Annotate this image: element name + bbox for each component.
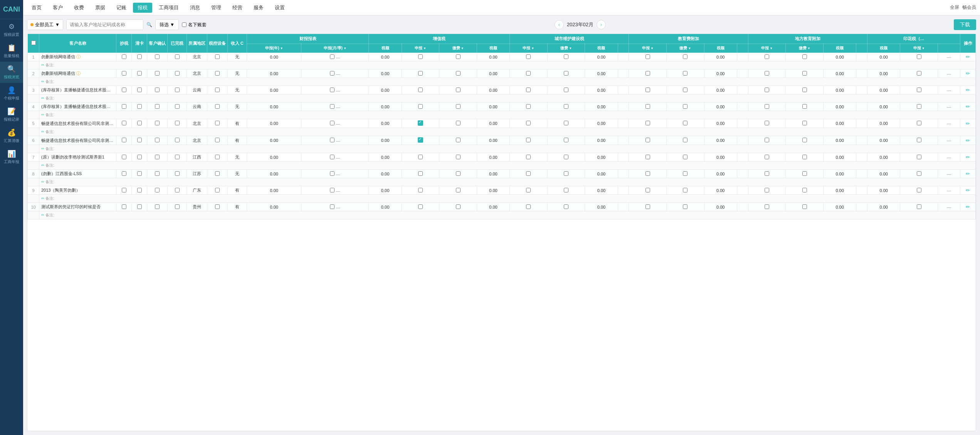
sidebar-item-liulan[interactable]: 🔍 报税浏览	[0, 62, 23, 83]
cwbb-month-cb[interactable]	[330, 88, 335, 92]
th-sub-cwbb-month[interactable]: 申报(月/季)	[301, 44, 369, 53]
df-jf-cb[interactable]	[802, 204, 807, 209]
nav-gongshang[interactable]: 工商项目	[154, 3, 183, 13]
qingka-cell[interactable]	[132, 153, 147, 162]
yh-sb-cell[interactable]	[900, 119, 938, 128]
device-cell[interactable]	[207, 103, 228, 111]
cs-jf-cb[interactable]	[564, 204, 568, 209]
jy-sb-cell[interactable]	[629, 103, 667, 111]
qingka-cb[interactable]	[137, 88, 142, 92]
device-cell[interactable]	[207, 119, 228, 128]
chaoshui-cell[interactable]	[116, 69, 132, 78]
cs-jf-cell[interactable]	[547, 153, 585, 162]
df-sb-cell[interactable]	[748, 186, 786, 195]
df-sb-cb[interactable]	[765, 71, 769, 76]
df-sb-cb[interactable]	[765, 121, 769, 125]
zzs-sb-cb[interactable]	[418, 171, 423, 176]
chaoshui-cell[interactable]	[116, 86, 132, 94]
cs-jf-cell[interactable]	[547, 119, 585, 128]
jy-sb-cell[interactable]	[629, 53, 667, 61]
jy-sb-cb[interactable]	[645, 104, 650, 109]
df-jf-cb[interactable]	[802, 188, 807, 192]
paid-cell[interactable]	[168, 170, 187, 178]
cs-sb-cb[interactable]	[526, 71, 531, 76]
df-sb-cell[interactable]	[748, 203, 786, 211]
device-cell[interactable]	[207, 53, 228, 61]
zzs-sb-cb[interactable]	[418, 71, 423, 76]
paid-cell[interactable]	[168, 119, 187, 128]
jy-jf-cb[interactable]	[683, 88, 688, 92]
cs-jf-cb[interactable]	[564, 54, 568, 59]
zzs-sb-cb[interactable]	[418, 204, 423, 209]
zzs-sb-cb[interactable]	[418, 88, 423, 92]
cs-sb-cell[interactable]	[510, 186, 548, 195]
device-cb[interactable]	[215, 54, 220, 59]
cs-sb-cell[interactable]	[510, 203, 548, 211]
cs-sb-cb[interactable]	[526, 88, 531, 92]
nav-piaoju[interactable]: 票据	[91, 3, 110, 13]
jy-jf-cb[interactable]	[683, 71, 688, 76]
zzs-jf-cb[interactable]	[456, 188, 461, 192]
yh-sb-cb[interactable]	[917, 138, 921, 142]
jy-sb-cb[interactable]	[645, 155, 650, 159]
cs-sb-cell[interactable]	[510, 69, 548, 78]
chaoshui-cb[interactable]	[122, 155, 126, 159]
df-sb-cb[interactable]	[765, 88, 769, 92]
paid-cell[interactable]	[168, 69, 187, 78]
device-cb[interactable]	[215, 104, 220, 109]
paid-cb[interactable]	[175, 104, 180, 109]
zzs-jf-cell[interactable]	[439, 86, 477, 94]
confirm-cell[interactable]	[147, 53, 168, 61]
cs-jf-cell[interactable]	[547, 186, 585, 195]
cs-jf-cb[interactable]	[564, 188, 568, 192]
cs-sb-cb[interactable]	[526, 204, 531, 209]
edit-icon[interactable]: ✏	[966, 87, 970, 93]
th-sub-jy-sb[interactable]: 申报	[629, 44, 667, 53]
device-cb[interactable]	[215, 138, 220, 142]
th-sub-zzs-sb[interactable]: 申报	[402, 44, 439, 53]
qingka-cell[interactable]	[132, 203, 147, 211]
confirm-cb[interactable]	[155, 155, 160, 159]
cwbb-month-cb[interactable]	[330, 188, 335, 192]
yh-sb-cell[interactable]	[900, 203, 938, 211]
df-jf-cell[interactable]	[786, 203, 824, 211]
device-cb[interactable]	[215, 121, 220, 125]
confirm-cb[interactable]	[155, 54, 160, 59]
confirm-cell[interactable]	[147, 203, 168, 211]
paid-cb[interactable]	[175, 121, 180, 125]
cs-jf-cell[interactable]	[547, 170, 585, 178]
th-sub-zzs-jf[interactable]: 缴费	[439, 44, 477, 53]
cs-jf-cb[interactable]	[564, 155, 568, 159]
yh-sb-cb[interactable]	[917, 121, 921, 125]
edit-icon[interactable]: ✏	[966, 71, 970, 76]
yh-sb-cell[interactable]	[900, 86, 938, 94]
df-sb-cell[interactable]	[748, 103, 786, 111]
cs-sb-cell[interactable]	[510, 53, 548, 61]
cs-sb-cb[interactable]	[526, 54, 531, 59]
jy-jf-cb[interactable]	[683, 188, 688, 192]
jy-jf-cell[interactable]	[667, 103, 704, 111]
jy-sb-cell[interactable]	[629, 119, 667, 128]
jy-jf-cell[interactable]	[667, 203, 704, 211]
cwbb-month-cb[interactable]	[330, 121, 335, 125]
jy-jf-cell[interactable]	[667, 136, 704, 145]
qingka-cb[interactable]	[137, 171, 142, 176]
zzs-sb-cb[interactable]	[418, 155, 423, 159]
vip-btn[interactable]: 畅会员	[962, 4, 976, 11]
paid-cb[interactable]	[175, 155, 180, 159]
info-icon[interactable]: ⓘ	[76, 54, 81, 59]
df-sb-cb[interactable]	[765, 204, 769, 209]
zzs-jf-cb[interactable]	[456, 71, 461, 76]
sidebar-item-huisuan[interactable]: 💰 汇算清缴	[0, 125, 23, 147]
df-sb-cell[interactable]	[748, 53, 786, 61]
jy-jf-cb[interactable]	[683, 54, 688, 59]
nav-shoufei[interactable]: 收费	[69, 3, 89, 13]
cs-jf-cb[interactable]	[564, 88, 568, 92]
paid-cell[interactable]	[168, 53, 187, 61]
device-cell[interactable]	[207, 170, 228, 178]
df-jf-cell[interactable]	[786, 170, 824, 178]
jy-jf-cell[interactable]	[667, 170, 704, 178]
action-cell[interactable]: ✏	[960, 103, 976, 111]
cs-sb-cell[interactable]	[510, 170, 548, 178]
df-jf-cb[interactable]	[802, 155, 807, 159]
